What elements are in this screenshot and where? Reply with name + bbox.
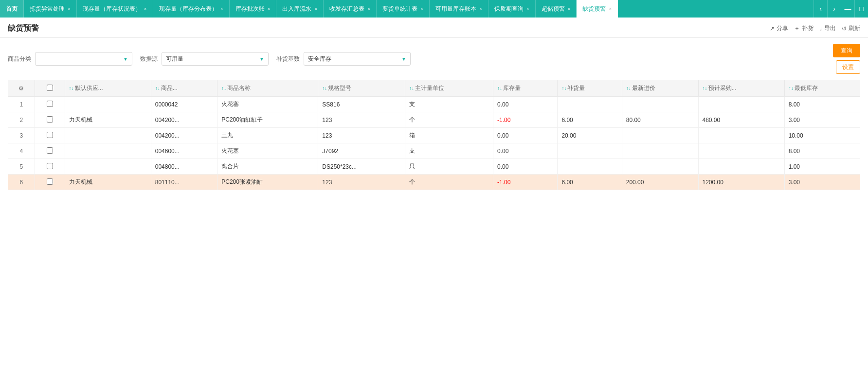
nav-tab-label-batch-account: 库存批次账	[235, 5, 265, 13]
row-select-checkbox-5[interactable]	[47, 178, 53, 185]
category-label: 商品分类	[8, 55, 31, 63]
col-label-stock: 库存量	[503, 85, 521, 91]
row-select-checkbox-3[interactable]	[47, 147, 53, 154]
cell-product_code-2: 004200...	[151, 128, 217, 143]
share-button[interactable]: ↗ 分享	[770, 24, 788, 33]
negative-stock: -1.00	[497, 179, 510, 186]
nav-tab-inventory-status[interactable]: 现存量（库存状况表）×	[77, 0, 153, 18]
sort-icon-unit: ↑↓	[409, 86, 414, 91]
nav-tab-expiry-query[interactable]: 保质期查询×	[488, 0, 536, 18]
share-icon: ↗	[770, 25, 775, 32]
col-header-product_code[interactable]: ↑↓商品...	[151, 80, 217, 97]
nav-tab-close-abnormal[interactable]: ×	[68, 6, 71, 12]
col-header-stock[interactable]: ↑↓库存量	[493, 80, 558, 97]
col-header-default_supplier[interactable]: ↑↓默认供应...	[65, 80, 151, 97]
nav-tab-inout-flow[interactable]: 出入库流水×	[276, 0, 324, 18]
nav-tab-batch-account[interactable]: 库存批次账×	[230, 0, 277, 18]
refresh-button[interactable]: ↺ 刷新	[842, 24, 860, 33]
row-select-checkbox-0[interactable]	[47, 101, 53, 107]
nav-tab-overstock[interactable]: 超储预警×	[536, 0, 577, 18]
row-select-checkbox-2[interactable]	[47, 132, 53, 138]
nav-tab-abnormal[interactable]: 拣货异常处理×	[24, 0, 77, 18]
nav-prev-button[interactable]: ‹	[814, 0, 827, 18]
nav-tab-close-recv-summary[interactable]: ×	[367, 6, 370, 12]
nav-next-button[interactable]: ›	[827, 0, 841, 18]
datasource-label: 数据源	[140, 55, 158, 63]
sort-icon-product_code: ↑↓	[155, 86, 160, 91]
col-header-est_purchase[interactable]: ↑↓预计采购...	[698, 80, 784, 97]
nav-maximize-button[interactable]: □	[854, 0, 868, 18]
category-select[interactable]: ▼	[35, 52, 132, 66]
page-title: 缺货预警	[8, 23, 39, 34]
col-header-spec[interactable]: ↑↓规格型号	[318, 80, 405, 97]
sort-icon-min_stock: ↑↓	[789, 86, 794, 91]
nav-tab-requisition-stat[interactable]: 要货单统计表×	[377, 0, 430, 18]
row-checkbox-1[interactable]	[35, 112, 65, 128]
row-checkbox-2[interactable]	[35, 128, 65, 143]
row-num-2: 3	[8, 128, 35, 143]
cell-product_code-4: 004800...	[151, 159, 217, 175]
replenish-base-filter-group: 补货基数 安全库存 ▼	[276, 52, 411, 66]
nav-tab-close-available-ledger[interactable]: ×	[479, 6, 482, 12]
nav-tab-home[interactable]: 首页	[0, 0, 24, 18]
nav-tab-close-inout-flow[interactable]: ×	[314, 6, 317, 12]
nav-tab-close-expiry-query[interactable]: ×	[526, 6, 529, 12]
col-label-product_name: 商品名称	[227, 85, 251, 91]
nav-tab-close-shortage[interactable]: ×	[609, 6, 612, 12]
query-button[interactable]: 查询	[833, 44, 860, 57]
col-header-unit[interactable]: ↑↓主计量单位	[405, 80, 493, 97]
main-content: 缺货预警 ↗ 分享 ＋ 补货 ↓ 导出 ↺ 刷新 商品分类	[0, 18, 868, 387]
nav-minimize-button[interactable]: —	[841, 0, 854, 18]
nav-tabs: 首页拣货异常处理×现存量（库存状况表）×现存量（库存分布表）×库存批次账×出入库…	[0, 0, 868, 18]
nav-tab-label-requisition-stat: 要货单统计表	[382, 5, 417, 13]
row-checkbox-0[interactable]	[35, 97, 65, 112]
nav-tab-close-inventory-status[interactable]: ×	[144, 6, 147, 12]
data-table: ⚙↑↓默认供应...↑↓商品...↑↓商品名称↑↓规格型号↑↓主计量单位↑↓库存…	[8, 80, 860, 190]
row-checkbox-5[interactable]	[35, 175, 65, 190]
cell-default_supplier-4	[65, 159, 151, 175]
settings-gear-icon[interactable]: ⚙	[18, 85, 24, 92]
replenish-base-select[interactable]: 安全库存 ▼	[304, 52, 411, 66]
row-select-checkbox-4[interactable]	[47, 163, 53, 169]
row-checkbox-3[interactable]	[35, 143, 65, 159]
col-header-latest_price[interactable]: ↑↓最新进价	[622, 80, 698, 97]
cell-default_supplier-1: 力天机械	[65, 112, 151, 128]
header-actions: ↗ 分享 ＋ 补货 ↓ 导出 ↺ 刷新	[770, 24, 860, 33]
nav-tab-recv-summary[interactable]: 收发存汇总表×	[324, 0, 377, 18]
cell-latest_price-3	[622, 143, 698, 159]
col-header-min_stock[interactable]: ↑↓最低库存	[784, 80, 860, 97]
nav-tab-shortage[interactable]: 缺货预警×	[577, 0, 618, 18]
nav-tab-available-ledger[interactable]: 可用量库存账本×	[430, 0, 488, 18]
col-header-product_name[interactable]: ↑↓商品名称	[217, 80, 318, 97]
nav-tab-close-requisition-stat[interactable]: ×	[420, 6, 423, 12]
cell-unit-3: 支	[405, 143, 493, 159]
col-header-replenish_qty[interactable]: ↑↓补货量	[558, 80, 622, 97]
nav-controls: ‹ › — □	[814, 0, 868, 18]
col-label-est_purchase: 预计采购...	[708, 85, 737, 91]
select-all-checkbox[interactable]	[47, 85, 53, 91]
export-button[interactable]: ↓ 导出	[819, 24, 836, 33]
cell-spec-2: 123	[318, 128, 405, 143]
cell-product_code-5: 801110...	[151, 175, 217, 190]
nav-tab-close-overstock[interactable]: ×	[568, 6, 571, 12]
cell-replenish_qty-0	[558, 97, 622, 112]
cell-min_stock-1: 3.00	[784, 112, 860, 128]
cell-replenish_qty-1: 6.00	[558, 112, 622, 128]
nav-tab-inventory-dist[interactable]: 现存量（库存分布表）×	[153, 0, 230, 18]
replenish-button[interactable]: ＋ 补货	[794, 24, 814, 33]
cell-latest_price-4	[622, 159, 698, 175]
cell-min_stock-4: 1.00	[784, 159, 860, 175]
nav-tab-label-recv-summary: 收发存汇总表	[329, 5, 364, 13]
nav-tab-label-shortage: 缺货预警	[582, 5, 606, 13]
settings-button[interactable]: 设置	[836, 60, 860, 74]
nav-tab-close-batch-account[interactable]: ×	[268, 6, 271, 12]
category-arrow-icon: ▼	[123, 56, 128, 62]
datasource-select[interactable]: 可用量 ▼	[162, 52, 269, 66]
datasource-arrow-icon: ▼	[259, 56, 264, 62]
cell-min_stock-3: 8.00	[784, 143, 860, 159]
row-num-0: 1	[8, 97, 35, 112]
export-label: 导出	[824, 24, 836, 33]
nav-tab-close-inventory-dist[interactable]: ×	[220, 6, 223, 12]
row-select-checkbox-1[interactable]	[47, 116, 53, 123]
row-checkbox-4[interactable]	[35, 159, 65, 175]
